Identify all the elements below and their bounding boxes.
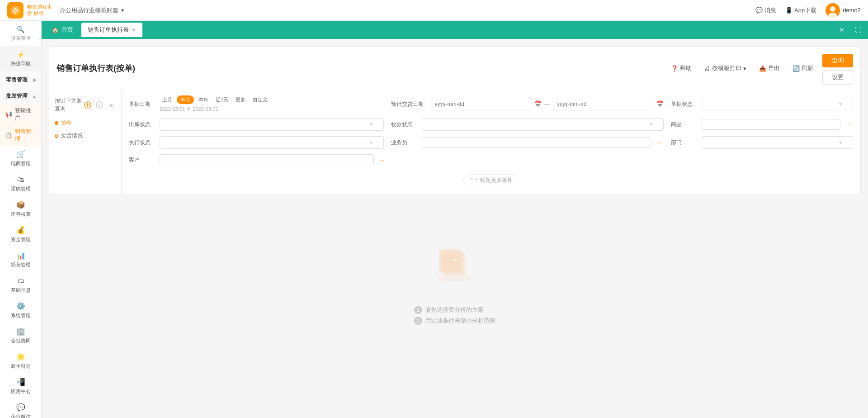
- refresh-icon: 🔄: [793, 65, 800, 72]
- breadcrumb-arrow[interactable]: ▾: [121, 7, 124, 14]
- customer-input[interactable]: [160, 154, 374, 165]
- sidebar-item-label-system: 系统管理: [11, 312, 31, 318]
- date-tab-7days[interactable]: 近7天: [213, 95, 231, 104]
- date-tab-more[interactable]: 更多: [233, 95, 248, 104]
- tab-home-label: 首页: [61, 26, 73, 34]
- sidebar-item-wholesale[interactable]: 批发管理 ▲: [0, 88, 41, 104]
- filter-sidebar-header: 按以下方案查询: [49, 95, 121, 116]
- sidebar-item-newbie[interactable]: 🌟 新手引导: [0, 348, 41, 374]
- receipt-status-select[interactable]: ▾: [422, 118, 664, 131]
- collapse-scheme-btn[interactable]: «: [107, 100, 116, 109]
- newbie-icon: 🌟: [16, 352, 25, 361]
- print-btn[interactable]: 🖨 按模板打印 ▾: [701, 62, 750, 74]
- help-btn[interactable]: ❓ 帮助: [667, 62, 695, 74]
- date-control: 上月 本月 本年 近7天 更多 自定义 2023-03-01 至 2023-03…: [160, 95, 384, 113]
- sidebar-quick-nav[interactable]: ⚡ 快捷导航: [0, 46, 41, 71]
- date-tab-last-month[interactable]: 上月: [160, 95, 175, 104]
- out-status-select[interactable]: ▾: [160, 118, 384, 131]
- breadcrumb: 办公用品行业模拟账套 ▾: [60, 6, 124, 14]
- expected-date-field: 预计交货日期 📅 — 📅: [391, 98, 664, 110]
- filter-sidebar-title: 按以下方案查询: [55, 97, 83, 113]
- finance-icon: 💰: [16, 226, 25, 234]
- empty-tips: 1 请先选择要分析的方案 2 用过滤条件来缩小分析范围: [414, 306, 495, 325]
- search-button[interactable]: 查询: [822, 54, 853, 67]
- filter-section: 按以下方案查询: [49, 90, 860, 194]
- doc-status-arrow-icon: ▾: [839, 101, 842, 107]
- date-tab-this-month[interactable]: 本月: [177, 95, 194, 104]
- refresh-btn[interactable]: 🔄 刷新: [789, 62, 817, 74]
- scheme-item-欠货情况[interactable]: 欠货情况: [49, 129, 121, 142]
- sidebar-item-finance[interactable]: 💰 资金管理: [0, 222, 41, 247]
- help-label: 帮助: [680, 64, 692, 72]
- collapse-btn[interactable]: ⌃⌃ 收起更多条件: [463, 174, 519, 186]
- settings-button[interactable]: 设置: [822, 70, 853, 85]
- sidebar-item-basic[interactable]: 🗂 基础信息: [0, 272, 41, 298]
- user-menu[interactable]: demo2: [826, 3, 861, 18]
- collapse-label: 收起更多条件: [480, 176, 513, 184]
- message-btn[interactable]: 💬 消息: [755, 6, 776, 14]
- exec-status-arrow-icon: ▾: [370, 139, 373, 146]
- salesperson-input[interactable]: [422, 137, 651, 148]
- print-label: 按模板打印: [712, 64, 741, 72]
- app-download-btn[interactable]: 📱 App下载: [785, 6, 816, 14]
- sidebar-item-ecommerce[interactable]: 🛒 电商管理: [0, 146, 41, 171]
- dept-select[interactable]: ▾: [702, 136, 853, 149]
- dept-label: 部门: [671, 139, 698, 147]
- customer-ellipsis-btn[interactable]: ···: [377, 156, 387, 163]
- sidebar-item-operation[interactable]: 📊 经营管理: [0, 247, 41, 272]
- sales-icon: 📋: [5, 132, 12, 138]
- ecommerce-icon: 🛒: [16, 150, 25, 158]
- scheme-label-按单: 按单: [61, 119, 72, 127]
- tab-home[interactable]: 🏠 首页: [45, 23, 80, 37]
- tab-close-all-btn[interactable]: ✕: [835, 24, 848, 36]
- tab-sales-exec[interactable]: 销售订单执行表 ✕: [81, 23, 142, 37]
- sidebar-item-inventory[interactable]: 📦 库存核算: [0, 196, 41, 222]
- expected-date-start[interactable]: [431, 98, 531, 110]
- sidebar-item-system[interactable]: ⚙️ 系统管理: [0, 298, 41, 323]
- sidebar-search[interactable]: 🔍 搜索菜单: [0, 21, 41, 46]
- sidebar-item-wechat[interactable]: 💬 企业微信: [0, 399, 41, 418]
- quick-nav-label: 快捷导航: [11, 60, 31, 66]
- calendar-end-icon: 📅: [656, 100, 664, 108]
- sidebar-item-enterprise[interactable]: 🏢 企业协同: [0, 323, 41, 348]
- filter-row-4: 客户 ···: [129, 154, 853, 165]
- wholesale-submenu: 📢 营销推广 📋 销售管理: [0, 104, 41, 146]
- empty-tip-1: 1 请先选择要分析的方案: [414, 306, 495, 314]
- sidebar-sub-marketing[interactable]: 📢 营销推广: [0, 104, 41, 125]
- exec-status-select[interactable]: ▾: [160, 136, 384, 149]
- salesperson-ellipsis-btn[interactable]: ···: [655, 139, 664, 146]
- doc-status-select[interactable]: ▾: [702, 98, 853, 110]
- goods-ellipsis-btn[interactable]: ···: [844, 121, 853, 128]
- sidebar-item-retail[interactable]: 零售管理 ▶: [0, 71, 41, 88]
- message-label: 消息: [764, 6, 776, 14]
- date-tab-custom[interactable]: 自定义: [250, 95, 270, 104]
- expected-date-end[interactable]: [553, 98, 653, 110]
- tip-num-1: 1: [414, 306, 422, 314]
- main-layout: 🔍 搜索菜单 ⚡ 快捷导航 零售管理 ▶ 批发管理 ▲ 📢 营销推广 📋 销售管…: [0, 21, 868, 418]
- sidebar-item-purchase[interactable]: 🛍 采购管理: [0, 171, 41, 196]
- svg-point-1: [14, 12, 16, 14]
- content-area: 🏠 首页 销售订单执行表 ✕ ✕ ⛶ 销售订单执行表(按单): [42, 21, 868, 418]
- scheme-item-按单[interactable]: 按单: [49, 116, 121, 129]
- search-icon: 🔍: [17, 26, 24, 33]
- goods-input[interactable]: [702, 119, 840, 130]
- edit-scheme-btn[interactable]: [95, 100, 104, 109]
- add-scheme-btn[interactable]: [83, 100, 92, 109]
- sidebar-sub-sales[interactable]: 📋 销售管理: [0, 125, 41, 146]
- tab-close-btn[interactable]: ✕: [132, 27, 136, 33]
- date-tab-this-year[interactable]: 本年: [196, 95, 211, 104]
- doc-status-field: 单据状态 ▾: [671, 98, 853, 110]
- svg-point-3: [830, 6, 835, 12]
- empty-state: 1 请先选择要分析的方案 2 用过滤条件来缩小分析范围: [49, 200, 861, 361]
- salesperson-field: 业务员 ···: [391, 137, 664, 148]
- header-left: 畅捷通好生意 标版 办公用品行业模拟账套 ▾: [7, 2, 124, 19]
- sidebar: 🔍 搜索菜单 ⚡ 快捷导航 零售管理 ▶ 批发管理 ▲ 📢 营销推广 📋 销售管…: [0, 21, 42, 418]
- print-arrow-icon: ▾: [743, 65, 746, 72]
- export-btn[interactable]: 📤 导出: [755, 62, 783, 74]
- filter-row-1: 单据日期 上月 本月 本年 近7天 更多 自定义: [129, 95, 853, 113]
- date-range-hint: 2023-03-01 至 2023-03-31: [160, 106, 384, 113]
- dept-arrow-icon: ▾: [839, 139, 842, 146]
- panel-header: 销售订单执行表(按单) ❓ 帮助 🖨 按模板打印 ▾ 📤: [49, 47, 860, 90]
- sidebar-item-appstore[interactable]: 📲 应用中心: [0, 374, 41, 399]
- tab-maximize-btn[interactable]: ⛶: [852, 24, 864, 36]
